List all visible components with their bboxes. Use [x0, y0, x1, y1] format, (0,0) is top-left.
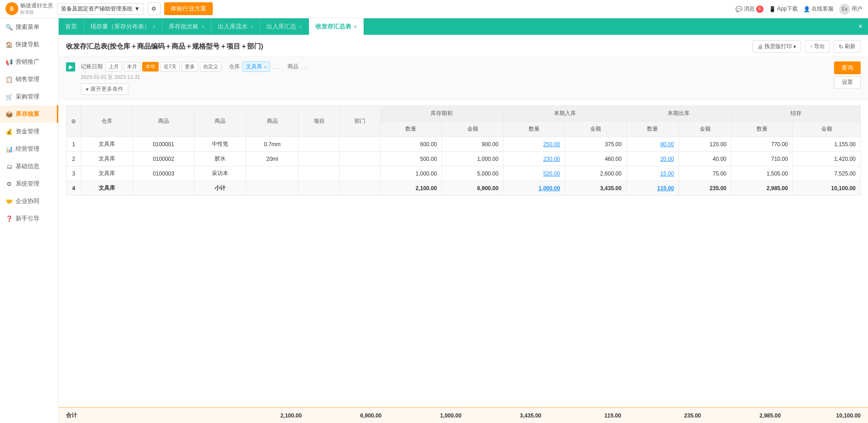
goods-filter-label: 商品	[287, 63, 299, 71]
tab-in-out-summary[interactable]: 出入库汇总 ×	[260, 18, 309, 35]
footer-out-amt: 235.00	[621, 412, 701, 419]
page-header: 收发存汇总表(按仓库＋商品编码＋商品＋规格型号＋项目＋部门) 🖨 拣货版打印 ▾…	[59, 35, 868, 57]
warehouse-tag: 文具库 ×	[243, 61, 270, 72]
sidebar-label-sales: 销售管理	[16, 75, 39, 83]
sidebar-item-collab[interactable]: 🤝 企业协同	[0, 192, 58, 210]
content-area: 首页 现存量（库存分布表） × 库存批次账 × 出入库流水 × 出入库汇总 ×	[59, 18, 868, 423]
table-cell-in-amt: 2,600.00	[565, 166, 626, 181]
sidebar-item-inventory[interactable]: 📦 库存核算	[0, 105, 58, 123]
tab-batch-label: 库存批次账	[169, 22, 199, 31]
table-cell-goods-spec	[246, 166, 299, 181]
page-title: 收发存汇总表(按仓库＋商品编码＋商品＋规格型号＋项目＋部门)	[66, 42, 263, 51]
user-button[interactable]: Ea 用户	[839, 4, 862, 15]
tab-in-out-summary-close[interactable]: ×	[299, 24, 302, 29]
gear-button[interactable]: ⚙	[148, 2, 160, 15]
tab-inventory-dist-close[interactable]: ×	[153, 24, 155, 29]
footer-open-amt: 6,900.00	[302, 412, 381, 419]
user-label: 用户	[851, 5, 862, 13]
sidebar-label-purchase: 采购管理	[16, 93, 39, 101]
print-icon: 🖨	[757, 44, 763, 50]
setting-button[interactable]: 设置	[834, 76, 861, 88]
date-btn-custom[interactable]: 自定义	[200, 62, 221, 71]
tab-batch-close[interactable]: ×	[201, 24, 204, 29]
th-out-amt: 金额	[679, 121, 731, 137]
table-cell-out-qty[interactable]: 115.00	[626, 181, 679, 196]
date-btn-this-year[interactable]: 本年	[142, 62, 159, 71]
sidebar-item-search[interactable]: 🔍 搜索菜单	[0, 18, 58, 36]
sidebar-item-system[interactable]: ⚙ 系统管理	[0, 175, 58, 192]
th-department: 部门	[339, 106, 380, 137]
online-service-button[interactable]: 👤 在线客服	[803, 5, 834, 13]
sidebar-item-quick[interactable]: 🏠 快捷导航	[0, 36, 58, 53]
sidebar-label-basic: 基础信息	[16, 162, 39, 170]
tab-inventory-dist-label: 现存量（库存分布表）	[90, 22, 150, 31]
th-opening-group: 库存期初	[380, 106, 503, 121]
th-out-period-group: 本期出库	[626, 106, 731, 121]
date-btn-more[interactable]: 更多	[182, 62, 198, 71]
th-out-qty: 数量	[626, 121, 679, 137]
sidebar-label-finance: 资金管理	[16, 127, 39, 136]
th-in-qty: 数量	[503, 121, 565, 137]
sidebar-item-sales[interactable]: 📋 销售管理	[0, 71, 58, 88]
date-filter-label: 记账日期	[81, 63, 103, 71]
sidebar-label-operations: 经营管理	[16, 145, 39, 153]
page-content: 收发存汇总表(按仓库＋商品编码＋商品＋规格型号＋项目＋部门) 🖨 拣货版打印 ▾…	[59, 35, 868, 407]
print-button[interactable]: 🖨 拣货版打印 ▾	[752, 40, 801, 53]
th-goods-spec: 商品	[246, 106, 299, 137]
table-cell-out-qty[interactable]: 15.00	[626, 166, 679, 181]
sidebar-item-newbie[interactable]: ❓ 新手引导	[0, 210, 58, 227]
sidebar-item-purchase[interactable]: 🛒 采购管理	[0, 88, 58, 105]
tab-recv-send-summary[interactable]: 收发存汇总表 ×	[309, 18, 364, 35]
tab-inventory-dist[interactable]: 现存量（库存分布表） ×	[84, 18, 162, 35]
tab-batch[interactable]: 库存批次账 ×	[162, 18, 211, 35]
table-cell-out-qty[interactable]: 20.00	[626, 152, 679, 166]
sidebar-item-operations[interactable]: 📊 经营管理	[0, 140, 58, 158]
filter-toggle-button[interactable]: ▶	[66, 62, 75, 71]
sidebar-item-finance[interactable]: 💰 资金管理	[0, 123, 58, 140]
goods-more-button[interactable]: ...	[301, 64, 309, 70]
table-cell-out-qty[interactable]: 80.00	[626, 137, 679, 152]
th-settings[interactable]: ⚙	[66, 106, 81, 137]
table-cell-in-qty[interactable]: 250.00	[503, 137, 565, 152]
warehouse-tag-remove[interactable]: ×	[264, 64, 266, 70]
date-range-text: 2023-01-01 至 2023-12-31	[81, 74, 140, 80]
table-cell-in-qty[interactable]: 520.00	[503, 166, 565, 181]
tab-recv-send-summary-close[interactable]: ×	[354, 24, 357, 29]
marketing-icon: 📢	[6, 58, 13, 66]
chevron-down-icon: ▾	[793, 44, 796, 50]
tab-in-out-flow[interactable]: 出入库流水 ×	[211, 18, 260, 35]
tab-in-out-flow-close[interactable]: ×	[250, 24, 253, 29]
th-project: 项目	[299, 106, 339, 137]
warehouse-more-button[interactable]: ...	[273, 64, 280, 70]
table-cell-close-amt: 10,100.00	[793, 181, 861, 196]
date-btn-7days[interactable]: 近7天	[160, 62, 180, 71]
tab-bar-close-all[interactable]: ×	[853, 22, 868, 31]
sidebar-item-basic[interactable]: 🗂 基础信息	[0, 158, 58, 175]
table-cell-in-qty[interactable]: 230.00	[503, 152, 565, 166]
table-cell-in-amt: 460.00	[565, 152, 626, 166]
trial-button[interactable]: 体验行业方案	[164, 2, 213, 15]
table-cell-goods-spec: 20ml	[246, 152, 299, 166]
table-cell-open-amt: 1,000.00	[442, 152, 503, 166]
finance-icon: 💰	[6, 128, 13, 135]
date-btn-last-month[interactable]: 上月	[105, 62, 122, 71]
download-icon: 📱	[769, 6, 776, 12]
message-button[interactable]: 💬 消息 6	[735, 5, 763, 13]
th-open-qty: 数量	[380, 121, 442, 137]
table-cell-goods-name: 小计	[194, 181, 246, 196]
tab-home[interactable]: 首页	[59, 18, 84, 35]
date-btn-this-month[interactable]: 本月	[124, 62, 140, 71]
export-button[interactable]: ↑ 导出	[805, 40, 830, 53]
expand-conditions-button[interactable]: ▾ 展开更多条件	[81, 83, 128, 95]
app-download-button[interactable]: 📱 App下载	[769, 5, 798, 13]
table-cell-goods-name: 中性笔	[194, 137, 246, 152]
table-cell-in-qty[interactable]: 1,000.00	[503, 181, 565, 196]
refresh-button[interactable]: ↻ 刷新	[834, 40, 861, 53]
footer-close-amt: 10,100.00	[781, 412, 861, 419]
table-cell-out-amt: 40.00	[679, 152, 731, 166]
sidebar-item-marketing[interactable]: 📢 营销推广	[0, 53, 58, 71]
system-selector[interactable]: 装备及固定资产辅助管理系统 ▼	[57, 3, 144, 15]
query-button[interactable]: 查询	[834, 61, 861, 74]
table-cell-goods-name: 胶水	[194, 152, 246, 166]
collab-icon: 🤝	[6, 198, 13, 205]
